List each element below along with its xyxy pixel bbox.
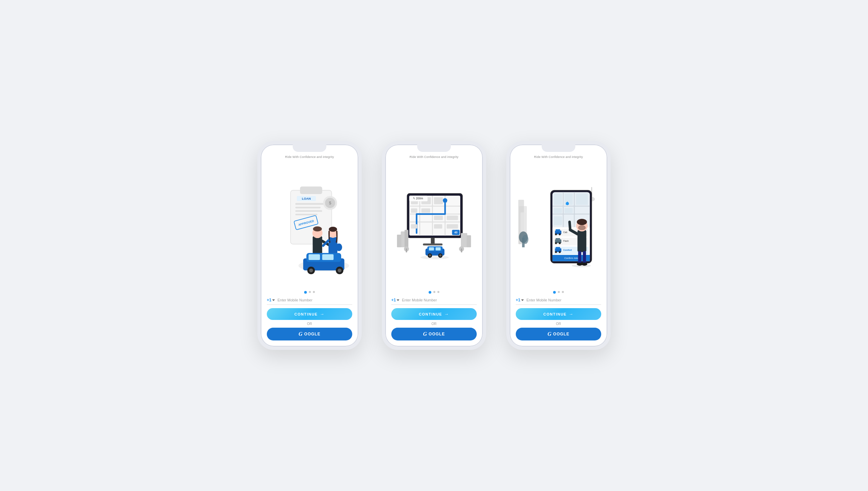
- svg-text:LOAN: LOAN: [302, 197, 311, 200]
- svg-rect-128: [578, 251, 581, 264]
- svg-rect-4: [296, 210, 322, 212]
- loan-approval-svg: LOAN APPROVED $: [267, 161, 352, 289]
- dot-3-inactive-1: [558, 291, 560, 293]
- svg-rect-69: [429, 247, 434, 250]
- phone-2-google-label: OOGLE: [429, 332, 445, 337]
- svg-rect-101: [556, 229, 560, 232]
- svg-text:↰ 200m: ↰ 200m: [413, 197, 423, 200]
- phone-1-screen: Ride With Confidence and integrity: [261, 152, 358, 347]
- svg-rect-108: [556, 238, 560, 241]
- svg-point-125: [578, 225, 586, 230]
- svg-rect-28: [322, 254, 334, 260]
- phone-2-mobile-placeholder[interactable]: Enter Mobile Number: [402, 298, 477, 302]
- svg-rect-62: [467, 235, 471, 248]
- phone-2-continue-button[interactable]: CONTINUE →: [391, 308, 477, 320]
- svg-text:Flash: Flash: [563, 240, 568, 242]
- dot-1-inactive-2: [313, 291, 315, 293]
- navigation-map-svg: ↰ 200m 40: [391, 161, 477, 289]
- phone-3-google-button[interactable]: G OOGLE: [516, 328, 601, 341]
- phone-3: Ride With Confidence and integrity: [506, 141, 611, 350]
- svg-point-132: [572, 264, 591, 267]
- phone-2-google-icon: G: [423, 331, 428, 337]
- page-wrapper: Ride With Confidence and integrity: [244, 127, 624, 364]
- phone-3-google-label: OOGLE: [553, 332, 569, 337]
- svg-rect-1: [300, 186, 322, 194]
- phone-1-or-text: OR: [267, 322, 352, 326]
- phone-1-google-label: OOGLE: [304, 332, 320, 337]
- svg-point-75: [421, 256, 449, 259]
- phone-3-continue-label: CONTINUE: [543, 312, 566, 316]
- svg-rect-27: [309, 254, 320, 260]
- phone-1-illustration: LOAN APPROVED $: [267, 161, 352, 289]
- svg-point-15: [313, 226, 322, 231]
- svg-rect-91: [554, 193, 562, 205]
- svg-rect-13: [313, 236, 322, 254]
- phone-1: Ride With Confidence and integrity: [257, 141, 362, 350]
- svg-point-102: [555, 233, 557, 235]
- phone-3-or-text: OR: [516, 322, 601, 326]
- phone-2-continue-label: CONTINUE: [419, 312, 442, 316]
- dot-3-inactive-2: [562, 291, 564, 293]
- svg-rect-59: [397, 235, 401, 248]
- phone-3-mobile-input-row[interactable]: +1 Enter Mobile Number: [516, 296, 601, 305]
- svg-rect-94: [554, 208, 562, 213]
- svg-rect-56: [431, 238, 435, 244]
- phone-2-dots: [391, 291, 477, 294]
- svg-rect-61: [461, 233, 467, 247]
- svg-point-124: [577, 219, 587, 225]
- phone-2-tagline: Ride With Confidence and integrity: [391, 155, 477, 158]
- phone-1-wrapper: Ride With Confidence and integrity: [257, 141, 362, 350]
- svg-rect-60: [405, 230, 408, 248]
- phone-1-google-icon: G: [299, 331, 303, 337]
- phone-1-dropdown-arrow[interactable]: [272, 299, 275, 301]
- svg-point-22: [336, 243, 342, 251]
- svg-point-32: [338, 268, 341, 272]
- phone-3-continue-button[interactable]: CONTINUE →: [516, 308, 601, 320]
- phone-1-mobile-placeholder[interactable]: Enter Mobile Number: [278, 298, 352, 302]
- svg-text:Confirm ride: Confirm ride: [564, 257, 578, 260]
- phone-3-continue-arrow: →: [568, 312, 574, 317]
- phone-3-illustration: Cab $4 Flash $3: [516, 161, 601, 289]
- phone-1-tagline: Ride With Confidence and integrity: [267, 155, 352, 158]
- phone-2-dropdown-arrow[interactable]: [397, 299, 399, 301]
- phone-1-continue-button[interactable]: CONTINUE →: [267, 308, 352, 320]
- phone-1-notch: [293, 144, 326, 152]
- phone-2-country-code: +1: [391, 298, 396, 302]
- svg-text:Cab: Cab: [563, 231, 567, 233]
- svg-rect-64: [406, 249, 407, 252]
- phone-2: Ride With Confidence and integrity: [382, 141, 486, 350]
- svg-rect-3: [296, 207, 321, 208]
- svg-rect-115: [556, 247, 560, 250]
- phone-1-mobile-input-row[interactable]: +1 Enter Mobile Number: [267, 296, 352, 305]
- svg-rect-2: [296, 203, 324, 205]
- svg-rect-43: [434, 197, 443, 204]
- phone-2-wrapper: Ride With Confidence and integrity: [382, 141, 486, 350]
- svg-rect-122: [577, 230, 586, 252]
- ride-booking-svg: Cab $4 Flash $3: [516, 161, 601, 289]
- phone-2-google-button[interactable]: G OOGLE: [391, 328, 477, 341]
- svg-point-117: [559, 251, 561, 253]
- phone-1-dots: [267, 291, 352, 294]
- dot-2-inactive-1: [433, 291, 435, 293]
- phone-1-google-button[interactable]: G OOGLE: [267, 328, 352, 341]
- svg-point-116: [555, 251, 557, 253]
- dot-1-active: [304, 291, 307, 294]
- svg-rect-95: [564, 208, 572, 213]
- phone-1-continue-arrow: →: [320, 312, 325, 317]
- svg-rect-57: [423, 243, 442, 246]
- phone-3-notch: [542, 144, 575, 152]
- svg-text:40: 40: [454, 231, 458, 234]
- phone-3-mobile-placeholder[interactable]: Enter Mobile Number: [527, 298, 601, 302]
- phone-2-mobile-input-row[interactable]: +1 Enter Mobile Number: [391, 296, 477, 305]
- svg-point-103: [559, 233, 561, 235]
- svg-rect-48: [411, 224, 417, 229]
- phone-2-continue-arrow: →: [444, 312, 449, 317]
- svg-rect-70: [436, 247, 441, 250]
- phone-1-country-code: +1: [267, 298, 272, 302]
- dot-2-active: [429, 291, 431, 294]
- phone-3-dropdown-arrow[interactable]: [521, 299, 524, 301]
- svg-rect-96: [554, 216, 562, 225]
- phone-2-illustration: ↰ 200m 40: [391, 161, 477, 289]
- svg-rect-44: [411, 208, 417, 213]
- svg-point-110: [559, 242, 561, 244]
